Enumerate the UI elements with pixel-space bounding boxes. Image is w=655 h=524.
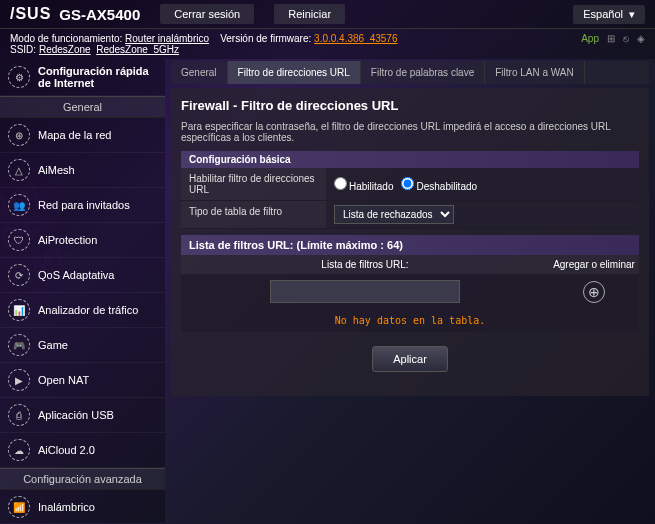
tab-keyword-filter[interactable]: Filtro de palabras clave [361,61,485,84]
nav-red-para-invitados[interactable]: 👥Red para invitados [0,188,165,223]
nav-icon: 📶 [8,496,30,518]
nav-icon: △ [8,159,30,181]
enable-label: Habilitar filtro de direcciones URL [181,168,326,200]
mode-link[interactable]: Router inalámbrico [125,33,209,44]
nav-open-nat[interactable]: ▶Open NAT [0,363,165,398]
tab-lan-wan[interactable]: Filtro LAN a WAN [485,61,585,84]
gear-icon: ⚙ [8,66,30,88]
radio-disabled[interactable]: Deshabilitado [401,177,477,192]
config-header: Configuración básica [181,151,639,168]
usb-icon[interactable]: ⎋ [623,33,629,44]
tab-url-filter[interactable]: Filtro de direcciones URL [228,61,361,84]
nav-icon: 👥 [8,194,30,216]
nav-icon: ▶ [8,369,30,391]
nav-analizador-de-tráfico[interactable]: 📊Analizador de tráfico [0,293,165,328]
section-advanced: Configuración avanzada [0,468,165,490]
page-title: Firewall - Filtro de direcciones URL [181,98,639,113]
content: General Filtro de direcciones URL Filtro… [165,59,655,523]
led-icon[interactable]: ◈ [637,33,645,44]
nav-aicloud-2.0[interactable]: ☁AiCloud 2.0 [0,433,165,468]
col-action: Agregar o eliminar [549,259,639,270]
nav-icon: 🛡 [8,229,30,251]
logout-button[interactable]: Cerrar sesión [160,4,254,24]
tabs: General Filtro de direcciones URL Filtro… [171,61,649,84]
nav-icon: ⎙ [8,404,30,426]
notif-icon[interactable]: ⊞ [607,33,615,44]
nav-aplicación-usb[interactable]: ⎙Aplicación USB [0,398,165,433]
nav-aimesh[interactable]: △AiMesh [0,153,165,188]
sidebar: ⚙ Configuración rápida de Internet Gener… [0,59,165,523]
apply-button[interactable]: Aplicar [372,346,448,372]
model-name: GS-AX5400 [59,6,140,23]
nav-icon: ☁ [8,439,30,461]
nav-icon: ⊛ [8,124,30,146]
fw-label: Versión de firmware: [220,33,311,44]
table-type-label: Tipo de tabla de filtro [181,201,326,228]
nav-icon: 🎮 [8,334,30,356]
nav-qos-adaptativa[interactable]: ⟳QoS Adaptativa [0,258,165,293]
nav-aiprotection[interactable]: 🛡AiProtection [0,223,165,258]
url-input[interactable] [270,280,460,303]
reboot-button[interactable]: Reiniciar [274,4,345,24]
sub-header: Modo de funcionamiento: Router inalámbri… [0,29,655,59]
quick-setup[interactable]: ⚙ Configuración rápida de Internet [0,59,165,96]
section-general: General [0,96,165,118]
main-panel: Firewall - Filtro de direcciones URL Par… [171,88,649,396]
ssid-label: SSID: [10,44,36,55]
table-type-select[interactable]: Lista de rechazados [334,205,454,224]
tab-general[interactable]: General [171,61,228,84]
no-data-message: No hay datos en la tabla. [181,309,639,332]
brand-logo: /SUS [10,5,51,23]
nav-game[interactable]: 🎮Game [0,328,165,363]
page-desc: Para especificar la contraseña, el filtr… [181,121,639,143]
ssid2-link[interactable]: RedesZone_5GHz [96,44,179,55]
ssid1-link[interactable]: RedesZone [39,44,91,55]
chevron-down-icon: ▾ [629,8,635,21]
list-header: Lista de filtros URL: (Límite máximo : 6… [181,235,639,255]
nav-icon: ⟳ [8,264,30,286]
app-link[interactable]: App [581,33,599,44]
nav-icon: 📊 [8,299,30,321]
radio-enabled[interactable]: Habilitado [334,177,393,192]
nav-mapa-de-la-red[interactable]: ⊛Mapa de la red [0,118,165,153]
add-button[interactable]: ⊕ [583,281,605,303]
nav-inalámbrico[interactable]: 📶Inalámbrico [0,490,165,523]
header-icons: App ⊞ ⎋ ◈ [581,33,645,44]
language-selector[interactable]: Español ▾ [573,5,645,24]
top-header: /SUS GS-AX5400 Cerrar sesión Reiniciar E… [0,0,655,29]
mode-label: Modo de funcionamiento: [10,33,122,44]
fw-link[interactable]: 3.0.0.4.386_43576 [314,33,397,44]
col-url: Lista de filtros URL: [181,259,549,270]
